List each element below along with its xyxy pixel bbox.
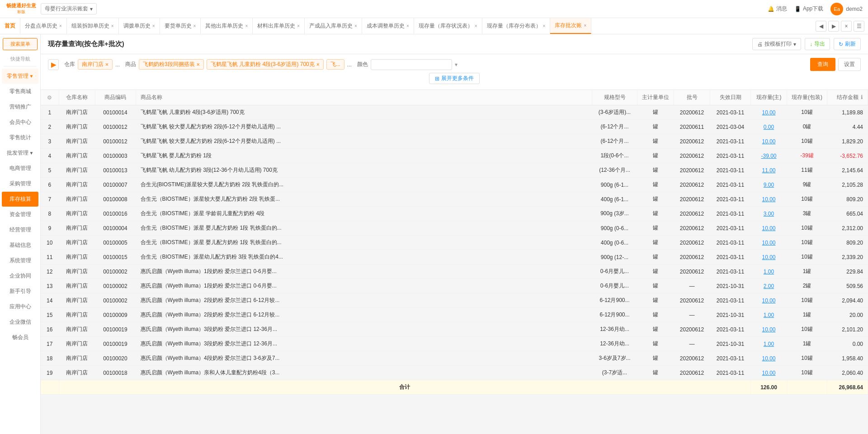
th-settings[interactable]: ⚙ bbox=[41, 90, 59, 105]
tab-tiaopi-close[interactable]: × bbox=[152, 24, 155, 28]
tab-xianzai1-close[interactable]: × bbox=[475, 24, 477, 28]
tab-cailiao-close[interactable]: × bbox=[297, 24, 300, 28]
cell-stock-main[interactable]: 1.00 bbox=[751, 264, 787, 279]
cell-stock-main[interactable]: -39.00 bbox=[751, 149, 787, 163]
user-area[interactable]: Ea demo2 bbox=[830, 3, 863, 15]
tab-chengben[interactable]: 成本调整单历史 × bbox=[362, 18, 414, 34]
cell-stock-main[interactable]: 10.00 bbox=[751, 221, 787, 236]
cell-stock-main[interactable]: 10.00 bbox=[751, 236, 787, 250]
tab-yaohuo[interactable]: 要货单历史 × bbox=[160, 18, 201, 34]
search-menu-btn[interactable]: 搜索菜单 bbox=[3, 38, 38, 50]
cell-stock-main[interactable]: 1.00 bbox=[751, 337, 787, 351]
tab-nav-right[interactable]: ▶ bbox=[828, 21, 839, 32]
tab-cailiao[interactable]: 材料出库单历史 × bbox=[253, 18, 305, 34]
cell-stock-main[interactable]: 3.00 bbox=[751, 207, 787, 221]
cell-stock-main[interactable]: 1.00 bbox=[751, 308, 787, 322]
tab-close-current[interactable]: × bbox=[841, 21, 852, 32]
expand-toggle-btn[interactable]: ▶ bbox=[48, 59, 59, 70]
app-download-btn[interactable]: 📱 App下载 bbox=[794, 5, 823, 13]
tab-home[interactable]: 首页 bbox=[0, 18, 20, 34]
sidebar-item-retail-stat[interactable]: 零售统计 bbox=[2, 130, 38, 145]
cell-stock-main[interactable]: 2.00 bbox=[751, 279, 787, 293]
cell-stock-main[interactable]: 10.00 bbox=[751, 351, 787, 366]
sidebar-item-wholesale[interactable]: 批发管理 ▼ bbox=[2, 146, 38, 160]
sidebar-label-corpwechat: 企业微信 bbox=[9, 319, 31, 325]
tab-qita[interactable]: 其他出库单历史 × bbox=[201, 18, 253, 34]
tab-xianzai2-close[interactable]: × bbox=[543, 24, 546, 28]
cell-stock-main[interactable]: 10.00 bbox=[751, 293, 787, 308]
sidebar-item-guide[interactable]: 新手引导 bbox=[2, 284, 38, 299]
sidebar-item-system[interactable]: 系统管理 bbox=[2, 253, 38, 268]
sidebar-item-purchase[interactable]: 采购管理 bbox=[2, 176, 38, 191]
tab-fenqi-close[interactable]: × bbox=[59, 24, 62, 28]
sidebar-item-corpwechat[interactable]: 企业微信 bbox=[2, 315, 38, 330]
product-tag-2-close[interactable]: × bbox=[316, 61, 320, 68]
cell-stock-main[interactable]: 0.00 bbox=[751, 120, 787, 134]
tab-zuchai-close[interactable]: × bbox=[111, 24, 114, 28]
cell-stock-main[interactable]: 10.00 bbox=[751, 105, 787, 120]
tab-yaohuo-close[interactable]: × bbox=[193, 24, 196, 28]
cell-batch: 20200612 bbox=[674, 105, 710, 120]
tab-chengben-close[interactable]: × bbox=[406, 24, 409, 28]
sidebar-item-member2[interactable]: 畅会员 bbox=[2, 330, 38, 345]
tab-nav-left[interactable]: ◀ bbox=[816, 21, 826, 32]
cell-name: 惠氏启颜（Wyeth illuma）亲和人体儿童配方奶粉4段（3... bbox=[136, 366, 592, 380]
cell-warehouse: 南岸门店 bbox=[59, 134, 95, 149]
expand-more-btn[interactable]: ⊞ 展开更多条件 bbox=[429, 73, 480, 84]
sidebar-item-marketing[interactable]: 营销推广 bbox=[2, 99, 38, 114]
cell-stock-main[interactable]: 11.00 bbox=[751, 163, 787, 178]
cell-stock-main[interactable]: 10.00 bbox=[751, 366, 787, 380]
info-icon[interactable]: ℹ bbox=[861, 94, 863, 100]
product-tag-1[interactable]: 飞鹤奶粉3段同捆搭装 × bbox=[139, 59, 204, 70]
sidebar-item-enterprise[interactable]: 企业协同 bbox=[2, 269, 38, 283]
industry-select[interactable]: 母婴行业演示账套 ▾ bbox=[41, 3, 97, 14]
cell-stock-main[interactable]: 9.00 bbox=[751, 178, 787, 192]
print-btn[interactable]: 🖨 按模板打印 ▾ bbox=[752, 38, 801, 50]
cell-stock-main[interactable]: 10.00 bbox=[751, 250, 787, 264]
quick-nav-btn[interactable]: 快捷导航 bbox=[0, 54, 40, 64]
sidebar-item-operations[interactable]: 经营管理 bbox=[2, 222, 38, 237]
tab-chanpin-close[interactable]: × bbox=[354, 24, 357, 28]
tab-fenqi[interactable]: 分盘点单历史 × bbox=[20, 18, 67, 34]
product-ellipsis[interactable]: ... bbox=[347, 61, 352, 68]
cell-stock-main[interactable]: 10.00 bbox=[751, 134, 787, 149]
tab-chanpin[interactable]: 产成品入库单历史 × bbox=[305, 18, 362, 34]
sidebar-item-basics[interactable]: 基础信息 bbox=[2, 238, 38, 253]
product-tag-2[interactable]: 飞鹤星飞帆 儿童奶粉 4段(3-6岁适用) 700克 × bbox=[207, 59, 324, 70]
tab-qita-close[interactable]: × bbox=[245, 24, 248, 28]
total-cell-pkg bbox=[787, 380, 827, 395]
sidebar-item-ecommerce[interactable]: 电商管理 bbox=[2, 161, 38, 176]
refresh-btn[interactable]: ↻ 刷新 bbox=[834, 38, 861, 50]
sidebar-item-retail-mgmt[interactable]: 零售管理 ▼ bbox=[2, 69, 38, 84]
warehouse-tag-close[interactable]: × bbox=[105, 61, 108, 68]
tab-menu[interactable]: ☰ bbox=[854, 21, 864, 32]
tab-zuchai[interactable]: 组装拆卸单历史 × bbox=[67, 18, 119, 34]
cell-stock-main[interactable]: 10.00 bbox=[751, 192, 787, 207]
sidebar-item-finance[interactable]: 资金管理 bbox=[2, 207, 38, 222]
settings-btn[interactable]: 设置 bbox=[838, 58, 861, 71]
chevron-down-icon-color[interactable]: ▾ bbox=[455, 61, 458, 68]
tab-xianzai1[interactable]: 现存量（库存状况表） × bbox=[414, 18, 482, 34]
sidebar-item-member[interactable]: 会员中心 bbox=[2, 115, 38, 130]
tab-xianzai2[interactable]: 现存量（库存分布表） × bbox=[482, 18, 551, 34]
sidebar-item-retail-shop[interactable]: 零售商城 bbox=[2, 84, 38, 99]
product-tag-1-close[interactable]: × bbox=[197, 61, 200, 68]
message-btn[interactable]: 🔔 消息 bbox=[768, 5, 787, 13]
warehouse-ellipsis[interactable]: ... bbox=[115, 61, 120, 68]
product-tag-3[interactable]: 飞... bbox=[326, 59, 344, 70]
header-actions: 🖨 按模板打印 ▾ ↓ 导出 ↻ 刷新 bbox=[752, 38, 861, 50]
export-btn[interactable]: ↓ 导出 bbox=[805, 38, 830, 50]
warehouse-tag[interactable]: 南岸门店 × bbox=[78, 59, 113, 70]
color-filter-input[interactable] bbox=[371, 59, 452, 70]
table-row: 5 南岸门店 00100013 飞鹤星飞帆 幼儿配方奶粉 3段(12-36个月幼… bbox=[41, 163, 868, 178]
cell-stock-main[interactable]: 10.00 bbox=[751, 322, 787, 337]
tab-kupici-close[interactable]: × bbox=[584, 23, 586, 28]
sidebar-item-appcenter[interactable]: 应用中心 bbox=[2, 299, 38, 314]
query-btn[interactable]: 查询 bbox=[810, 58, 835, 71]
sidebar-item-inventory[interactable]: 库存核算 bbox=[2, 192, 38, 207]
tab-kupici[interactable]: 库存批次账 × bbox=[550, 18, 591, 34]
cell-balance: 509.56 bbox=[827, 279, 868, 293]
cell-idx: 14 bbox=[41, 293, 59, 308]
settings-icon[interactable]: ⚙ bbox=[47, 94, 52, 101]
tab-tiaopi[interactable]: 调拨单历史 × bbox=[119, 18, 160, 34]
